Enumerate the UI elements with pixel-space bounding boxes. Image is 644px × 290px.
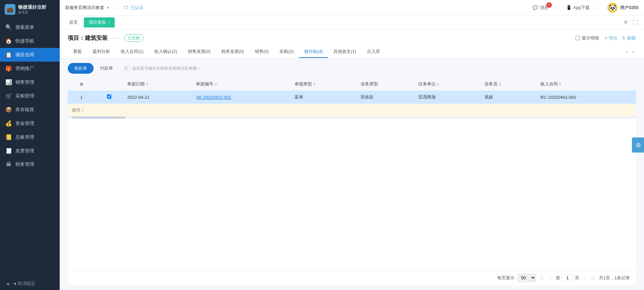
page-info: 第 页 [556,274,579,281]
message-icon: 💬 [533,5,538,10]
page-input[interactable] [561,274,574,281]
subtab-income_confirm[interactable]: 收入确认(2) [149,46,182,58]
sidebar-item-inventory[interactable]: 📦库存核算 [0,103,60,117]
certified-text: 已认证 [130,5,144,11]
col-header-number[interactable]: 单据编号⇅ [192,78,290,91]
main-area: 新服务官网演示账套 ▼ 🛡 已认证 💬 消息 1 📱 App下载 🐼 用户335… [60,0,644,290]
records-table: ⚙单据日期⇅单据编号⇅单据类型⇅业务类型往来单位⇅业务员⇅收入合同⇅ 12022… [68,78,636,104]
table-scrollbar[interactable] [68,116,636,119]
cell-check-0[interactable] [95,91,123,104]
cell-salesperson-0: 龙妹 [480,91,537,104]
table-row[interactable]: 12022-04-21SK-20220421-001蓝单应收款宏茂商场龙妹RC-… [68,91,636,104]
tab-home[interactable]: 首页 [64,17,83,27]
inner-tab-收款单[interactable]: 收款单 [68,63,94,74]
project-title-row: 项目：建筑安装 ··· 已生效 显示明细 ↗ 导出 ↻ 刷新 [68,34,636,42]
tab-kanban[interactable]: 项目看板 × [84,17,115,27]
sidebar-item-tax[interactable]: 🏛税务管理 [0,158,60,171]
doc-link-0[interactable]: SK-20220421-001 [196,95,231,100]
export-button[interactable]: ↗ 导出 [604,35,618,41]
col-header-type[interactable]: 单据类型⇅ [290,78,357,91]
certified-badge: 🛡 已认证 [124,5,144,11]
sidebar-item-sales[interactable]: 📊销售管理 [0,75,60,89]
message-button[interactable]: 💬 消息 1 [533,5,548,11]
refresh-button[interactable]: ↻ 刷新 [622,35,636,41]
page-prev-button[interactable]: ‹ [548,275,553,281]
row-checkbox-0[interactable] [107,94,111,99]
sidebar-icon-invoice: 🧾 [5,148,12,154]
subtab-sales[interactable]: 销售(0) [250,46,274,58]
cell-biztype-0: 应收款 [357,91,414,104]
table-body: 12022-04-21SK-20220421-001蓝单应收款宏茂商场龙妹RC-… [68,91,636,104]
tab-close-button[interactable]: ✕ [622,18,629,27]
shield-icon: 🛡 [124,5,129,10]
page-unit: 页 [575,275,579,281]
project-status-badge: 已生效 [124,34,144,42]
subtab-profit[interactable]: 盈利分析 [87,46,115,58]
sidebar-label-tax: 税务管理 [15,161,34,167]
subtab-tax_invoice[interactable]: 税务发票(0) [216,46,250,58]
sort-icon-date[interactable]: ⇅ [146,82,148,86]
project-more-icon[interactable]: ··· [112,34,119,42]
sidebar-icon-contract: 📋 [5,52,12,58]
sidebar-item-capital[interactable]: 💰资金管理 [0,117,60,130]
page-size-select[interactable]: 2050100 [517,274,536,282]
tab-close-icon[interactable]: × [108,20,110,24]
project-header: 项目：建筑安装 ··· 已生效 显示明细 ↗ 导出 ↻ 刷新 [60,29,644,58]
show-detail-checkbox[interactable]: 显示明细 [576,35,599,41]
sidebar-item-search[interactable]: 🔍搜索菜单 [0,20,60,34]
sidebar-item-contract[interactable]: 📋项目合同 [0,48,60,62]
col-header-partner[interactable]: 往来单位⇅ [414,78,480,91]
page-last-button[interactable]: ⟩⟩ [590,275,596,281]
subtab-warehouse[interactable]: 出入库 [362,46,385,58]
sort-icon-income_contract[interactable]: ⇅ [559,82,561,86]
col-header-salesperson[interactable]: 业务员⇅ [480,78,537,91]
app-download-button[interactable]: 📱 App下载 [566,5,590,11]
inner-tab-付款单[interactable]: 付款单 [94,63,119,74]
right-float-button[interactable]: ⚙ [632,138,644,153]
subtab-income_contract[interactable]: 收入合同(1) [115,46,149,58]
total-label: 合计： [72,107,85,113]
project-name: 建筑安装 [85,35,108,41]
sidebar-item-marketing[interactable]: 🎁营销推广 [0,62,60,75]
sidebar-item-ledger[interactable]: 📒总账管理 [0,130,60,144]
subtab-prev-button[interactable]: ‹ [624,48,629,56]
refresh-icon: ↻ [622,35,626,41]
sort-icon-number[interactable]: ⇅ [214,82,217,86]
account-selector[interactable]: 新服务官网演示账套 ▼ [65,5,110,11]
unpin-icon: ◄ [5,281,10,286]
table-footer: 每页显示 2050100 ⟨⟨ ‹ 第 页 › ⟩⟩ 共1页，1条记录 [68,270,636,285]
sidebar-item-quicknav[interactable]: 🏠快捷导航 [0,34,60,48]
page-next-button[interactable]: › [582,275,587,281]
sort-icon-partner[interactable]: ⇅ [437,82,439,86]
user-label: 用户3355 [620,5,639,11]
sort-icon-salesperson[interactable]: ⇅ [498,82,501,86]
sidebar-item-invoice[interactable]: 🧾发票管理 [0,144,60,158]
col-header-biztype: 业务类型 [357,78,414,91]
sidebar-item-purchase[interactable]: 🛒采购管理 [0,89,60,103]
col-header-income_contract[interactable]: 收入合同⇅ [536,78,636,91]
subtab-next-button[interactable]: › [630,48,636,56]
user-menu[interactable]: 🐼 用户3355 [607,3,639,13]
topbar-divider2 [557,4,557,11]
subtab-kanban[interactable]: 看板 [68,46,87,58]
show-detail-input[interactable] [576,36,580,40]
page-first-button[interactable]: ⟨⟨ [539,275,545,281]
subtab-nav: ‹ › [624,48,636,56]
subtab-other_expense[interactable]: 其他收支(1) [328,46,362,58]
tabbar: 首页 项目看板 × ✕ ⛶ [60,15,644,29]
tabbar-right: ✕ ⛶ [622,18,639,27]
sidebar-label-capital: 资金管理 [15,121,34,127]
sidebar-label-quicknav: 快捷导航 [15,38,34,44]
sidebar-icon-sales: 📊 [5,79,12,85]
subtab-sales_invoice[interactable]: 销售发票(0) [182,46,216,58]
sidebar-icon-tax: 🏛 [5,161,12,167]
sort-icon-type[interactable]: ⇅ [313,82,316,86]
tab-maximize-button[interactable]: ⛶ [631,18,639,27]
subtab-purchase[interactable]: 采购(2) [274,46,299,58]
sidebar-unpin-button[interactable]: ◄ ◄ 取消固定 [0,277,60,290]
subtab-payment[interactable]: 收付款(4) [299,46,328,58]
show-detail-label: 显示明细 [582,35,599,41]
tab-home-label: 首页 [69,19,78,25]
col-header-date[interactable]: 单据日期⇅ [123,78,192,91]
cell-number-0[interactable]: SK-20220421-001 [192,91,290,104]
